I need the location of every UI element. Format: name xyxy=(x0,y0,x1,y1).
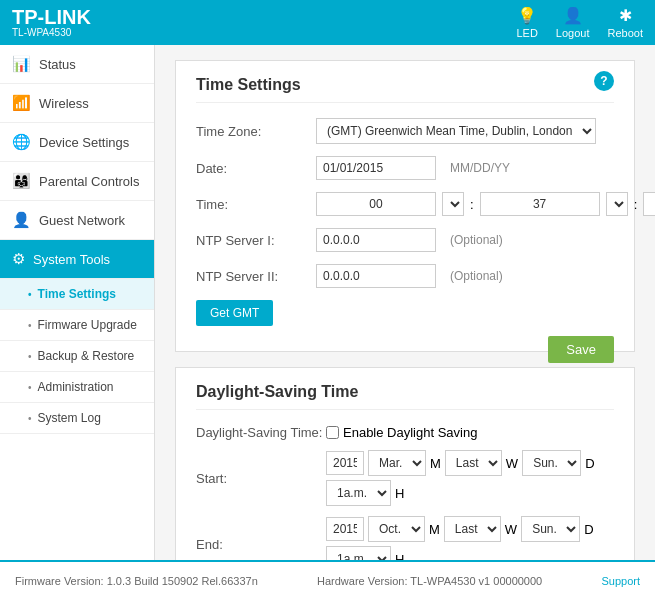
sidebar-item-status[interactable]: 📊 Status xyxy=(0,45,154,84)
sidebar-item-time-settings[interactable]: Time Settings xyxy=(0,279,154,310)
reboot-button[interactable]: ✱ Reboot xyxy=(608,6,643,39)
ntp2-hint: (Optional) xyxy=(450,269,503,283)
sidebar-item-administration[interactable]: Administration xyxy=(0,372,154,403)
dst-end-h-label: H xyxy=(395,552,404,561)
dst-end-month-select[interactable]: Oct. xyxy=(368,516,425,542)
logo-brand: TP-LINK xyxy=(12,7,91,27)
sidebar-item-backup-restore[interactable]: Backup & Restore xyxy=(0,341,154,372)
time-settings-section: Time Settings ? Time Zone: (GMT) Greenwi… xyxy=(175,60,635,352)
daylight-saving-section: Daylight-Saving Time Daylight-Saving Tim… xyxy=(175,367,635,560)
dst-end-label: End: xyxy=(196,537,326,552)
time-label: Time: xyxy=(196,197,316,212)
dst-enable-checkbox[interactable] xyxy=(326,426,339,439)
sidebar-item-firmware-upgrade[interactable]: Firmware Upgrade xyxy=(0,310,154,341)
ntp1-hint: (Optional) xyxy=(450,233,503,247)
dst-end-day-select[interactable]: Sun. xyxy=(521,516,580,542)
sidebar-item-wireless[interactable]: 📶 Wireless xyxy=(0,84,154,123)
dst-end-row: End: Oct. M Last W Sun. D xyxy=(196,516,614,560)
dst-end-year[interactable] xyxy=(326,517,364,541)
daylight-saving-title: Daylight-Saving Time xyxy=(196,383,614,410)
time-hh-select[interactable] xyxy=(442,192,464,216)
wireless-label: Wireless xyxy=(39,96,89,111)
date-control: MM/DD/YY xyxy=(316,156,614,180)
dst-end-w-label: W xyxy=(505,522,517,537)
sidebar-item-system-log[interactable]: System Log xyxy=(0,403,154,434)
get-gmt-row: Get GMT xyxy=(196,300,614,326)
sidebar-item-system-tools[interactable]: ⚙ System Tools xyxy=(0,240,154,279)
footer: Firmware Version: 1.0.3 Build 150902 Rel… xyxy=(0,560,655,600)
dst-start-controls: Mar. M Last W Sun. D 1a.m. H xyxy=(326,450,614,506)
dst-start-w-label: W xyxy=(506,456,518,471)
logout-icon: 👤 xyxy=(563,6,583,25)
time-settings-title: Time Settings ? xyxy=(196,76,614,103)
dst-end-time-select[interactable]: 1a.m. xyxy=(326,546,391,560)
reboot-icon: ✱ xyxy=(619,6,632,25)
sidebar-item-device-settings[interactable]: 🌐 Device Settings xyxy=(0,123,154,162)
dst-start-month-select[interactable]: Mar. xyxy=(368,450,426,476)
dst-start-m-label: M xyxy=(430,456,441,471)
device-settings-icon: 🌐 xyxy=(12,133,31,151)
date-row: Date: MM/DD/YY xyxy=(196,156,614,180)
date-input[interactable] xyxy=(316,156,436,180)
logout-label: Logout xyxy=(556,27,590,39)
dst-start-label: Start: xyxy=(196,471,326,486)
led-label: LED xyxy=(516,27,537,39)
reboot-label: Reboot xyxy=(608,27,643,39)
timezone-control: (GMT) Greenwich Mean Time, Dublin, Londo… xyxy=(316,118,614,144)
dst-start-row: Start: Mar. M Last W Sun. D xyxy=(196,450,614,506)
dst-enable-control: Enable Daylight Saving xyxy=(326,425,477,440)
ntp2-label: NTP Server II: xyxy=(196,269,316,284)
time-ss-input[interactable] xyxy=(643,192,655,216)
device-settings-label: Device Settings xyxy=(39,135,129,150)
dst-start-day-select[interactable]: Sun. xyxy=(522,450,581,476)
time-mm-select[interactable] xyxy=(606,192,628,216)
dst-start-year[interactable] xyxy=(326,451,364,475)
sidebar-item-parental-controls[interactable]: 👨‍👩‍👧 Parental Controls xyxy=(0,162,154,201)
logout-button[interactable]: 👤 Logout xyxy=(556,6,590,39)
dst-start-time-select[interactable]: 1a.m. xyxy=(326,480,391,506)
ntp1-row: NTP Server I: (Optional) xyxy=(196,228,614,252)
backup-restore-sub-label: Backup & Restore xyxy=(38,349,135,363)
ntp2-input[interactable] xyxy=(316,264,436,288)
dst-end-controls: Oct. M Last W Sun. D 1a.m. H xyxy=(326,516,614,560)
time-settings-help-icon[interactable]: ? xyxy=(594,71,614,91)
support-link[interactable]: Support xyxy=(601,575,640,587)
date-label: Date: xyxy=(196,161,316,176)
ntp1-input[interactable] xyxy=(316,228,436,252)
ntp1-control: (Optional) xyxy=(316,228,614,252)
time-hh-input[interactable] xyxy=(316,192,436,216)
dst-start-week-select[interactable]: Last xyxy=(445,450,502,476)
status-label: Status xyxy=(39,57,76,72)
header-actions: 💡 LED 👤 Logout ✱ Reboot xyxy=(516,6,643,39)
get-gmt-button[interactable]: Get GMT xyxy=(196,300,273,326)
time-settings-sub-label: Time Settings xyxy=(38,287,116,301)
firmware-upgrade-sub-label: Firmware Upgrade xyxy=(38,318,137,332)
time-control: : : (HH/MM/SS) xyxy=(316,192,655,216)
dst-start-h-label: H xyxy=(395,486,404,501)
firmware-version: Firmware Version: 1.0.3 Build 150902 Rel… xyxy=(15,575,258,587)
led-icon: 💡 xyxy=(517,6,537,25)
administration-sub-label: Administration xyxy=(38,380,114,394)
time-row: Time: : : (HH/MM/SS) xyxy=(196,192,614,216)
led-button[interactable]: 💡 LED xyxy=(516,6,537,39)
wireless-icon: 📶 xyxy=(12,94,31,112)
date-hint: MM/DD/YY xyxy=(450,161,510,175)
dst-end-d-label: D xyxy=(584,522,593,537)
time-save-button[interactable]: Save xyxy=(548,336,614,363)
ntp1-label: NTP Server I: xyxy=(196,233,316,248)
dst-label: Daylight-Saving Time: xyxy=(196,425,326,440)
ntp2-control: (Optional) xyxy=(316,264,614,288)
dst-end-m-label: M xyxy=(429,522,440,537)
status-icon: 📊 xyxy=(12,55,31,73)
timezone-select[interactable]: (GMT) Greenwich Mean Time, Dublin, Londo… xyxy=(316,118,596,144)
timezone-label: Time Zone: xyxy=(196,124,316,139)
dst-start-d-label: D xyxy=(585,456,594,471)
logo-model: TL-WPA4530 xyxy=(12,27,91,38)
sidebar-item-guest-network[interactable]: 👤 Guest Network xyxy=(0,201,154,240)
parental-controls-icon: 👨‍👩‍👧 xyxy=(12,172,31,190)
logo-area: TP-LINK TL-WPA4530 xyxy=(12,7,91,38)
dst-end-week-select[interactable]: Last xyxy=(444,516,501,542)
guest-network-label: Guest Network xyxy=(39,213,125,228)
time-mm-input[interactable] xyxy=(480,192,600,216)
ntp2-row: NTP Server II: (Optional) xyxy=(196,264,614,288)
